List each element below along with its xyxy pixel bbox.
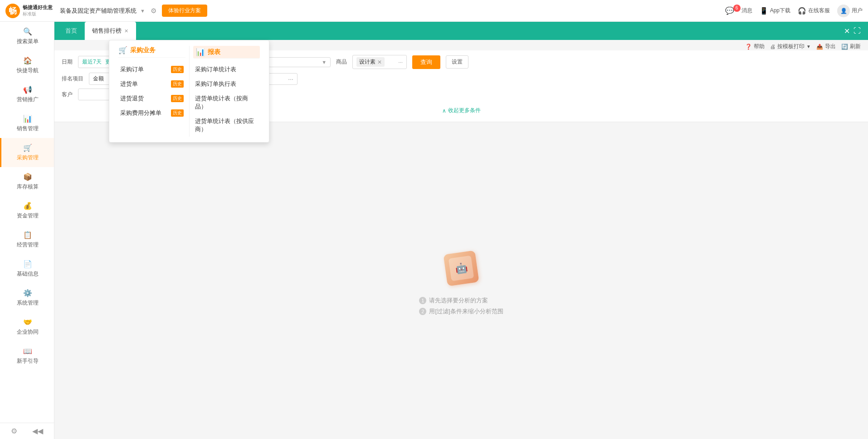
- cart-icon: 🛒: [23, 143, 32, 152]
- salesperson-dots[interactable]: ···: [288, 75, 293, 83]
- dropdown-purchase-col: 🛒 采购业务 采购订单 历史 进货单 历史 进货退货 历史: [115, 46, 189, 137]
- hint-2-badge: 2: [419, 308, 426, 315]
- headset-icon: 🎧: [798, 7, 806, 15]
- purchase-expense-badge: 历史: [171, 109, 184, 117]
- inbound-supplier-label: 进货单统计表（按供应商）: [195, 117, 258, 133]
- sidebar-item-marketing[interactable]: 📢 营销推广: [0, 80, 54, 109]
- purchase-col-icon: 🛒: [118, 46, 127, 54]
- query-btn[interactable]: 查询: [412, 55, 440, 69]
- dropdown-item-purchase-exec[interactable]: 采购订单执行表: [193, 77, 260, 91]
- export-label: 导出: [825, 43, 836, 50]
- export-icon: 📤: [816, 44, 823, 50]
- inbound-goods-label: 进货单统计表（按商品）: [195, 94, 258, 111]
- dropdown-report-col: 📊 报表 采购订单统计表 采购订单执行表 进货单统计表（按商品） 进货单统计表（…: [189, 46, 264, 137]
- collapse-label: 收起更多条件: [448, 107, 481, 114]
- sidebar-item-inventory[interactable]: 📦 库存核算: [0, 167, 54, 196]
- purchase-order-label: 采购订单: [120, 65, 144, 74]
- hint-2-text: 用[过滤]条件来缩小分析范围: [429, 307, 503, 316]
- sidebar: 🔍 搜索菜单 🏠 快捷导航 📢 营销推广 📊 销售管理 🛒 采购管理 📦 库存核…: [0, 22, 54, 439]
- hint-1-text: 请先选择要分析的方案: [429, 296, 488, 305]
- message-badge: 6: [733, 5, 741, 12]
- settings-btn[interactable]: 设置: [446, 55, 468, 69]
- status-chevron: ▼: [322, 59, 327, 65]
- help-btn[interactable]: ❓ 帮助: [745, 43, 765, 50]
- sidebar-label-guide: 新手引导: [17, 357, 39, 365]
- sidebar-label-quick-nav: 快捷导航: [17, 67, 39, 74]
- content-area: 首页 销售排行榜 ✕ ✕ ⛶ ❓ 帮助 🖨 按模板打印 ▼: [54, 22, 868, 439]
- sidebar-label-search: 搜索菜单: [17, 38, 39, 45]
- print-chevron-icon[interactable]: ▼: [806, 44, 811, 49]
- dropdown-item-inbound-supplier[interactable]: 进货单统计表（按供应商）: [193, 114, 260, 137]
- user-label: 用户: [852, 7, 863, 15]
- goods-dots[interactable]: ···: [398, 59, 403, 65]
- rank-value: 金额: [93, 75, 104, 83]
- sidebar-bottom: ⚙ ◀◀: [0, 423, 54, 439]
- dropdown-item-purchase-expense[interactable]: 采购费用分摊单 历史: [118, 106, 185, 120]
- settings-bottom-icon[interactable]: ⚙: [11, 427, 17, 435]
- message-item[interactable]: 💬 6 消息: [725, 6, 752, 15]
- refresh-btn[interactable]: 🔄 刷新: [841, 43, 861, 50]
- goods-tag-close[interactable]: ✕: [377, 59, 382, 65]
- empty-state: 🤖 1 请先选择要分析的方案 2 用[过滤]条件来缩小分析范围: [54, 122, 868, 439]
- chevron-down-icon[interactable]: ▼: [140, 8, 145, 14]
- print-btn[interactable]: 🖨 按模板打印 ▼: [770, 43, 811, 50]
- gear-icon[interactable]: ⚙: [151, 7, 156, 15]
- empty-hint-2: 2 用[过滤]条件来缩小分析范围: [419, 307, 503, 316]
- empty-hints: 1 请先选择要分析的方案 2 用[过滤]条件来缩小分析范围: [419, 296, 503, 316]
- sidebar-item-operations[interactable]: 📋 经营管理: [0, 225, 54, 254]
- tab-home[interactable]: 首页: [58, 22, 85, 40]
- sidebar-item-cooperation[interactable]: 🤝 企业协同: [0, 312, 54, 341]
- help-icon: ❓: [745, 44, 752, 50]
- sidebar-item-finance[interactable]: 💰 资金管理: [0, 196, 54, 225]
- goods-select[interactable]: 设计素 ✕ ···: [352, 55, 407, 69]
- sidebar-item-guide[interactable]: 📖 新手引导: [0, 341, 54, 370]
- trial-btn[interactable]: 体验行业方案: [162, 5, 207, 17]
- phone-icon: 📱: [760, 7, 768, 15]
- dropdown-item-inbound[interactable]: 进货单 历史: [118, 77, 185, 91]
- top-header: 畅 畅捷通好生意 标准版 装备及固定资产辅助管理系统 ▼ ⚙ 体验行业方案 💬 …: [0, 0, 868, 22]
- box-icon: 📦: [23, 173, 32, 181]
- purchase-exec-label: 采购订单执行表: [195, 80, 236, 88]
- system-title-area: 装备及固定资产辅助管理系统 ▼ ⚙: [60, 7, 156, 15]
- tab-close-icon[interactable]: ✕: [124, 28, 128, 34]
- dropdown-item-return[interactable]: 进货退货 历史: [118, 91, 185, 106]
- sidebar-item-sales[interactable]: 📊 销售管理: [0, 109, 54, 138]
- dropdown-item-purchase-order[interactable]: 采购订单 历史: [118, 62, 185, 77]
- settings-icon: ⚙️: [23, 289, 32, 297]
- tab-expand-icon[interactable]: ⛶: [853, 27, 861, 35]
- sidebar-item-basic-info[interactable]: 📄 基础信息: [0, 254, 54, 283]
- refresh-icon: 🔄: [841, 44, 848, 50]
- sidebar-item-search[interactable]: 🔍 搜索菜单: [0, 22, 54, 51]
- date-label: 日期: [62, 58, 73, 66]
- goods-tag: 设计素 ✕: [356, 57, 385, 67]
- export-btn[interactable]: 📤 导出: [816, 43, 836, 50]
- app-download-label: App下载: [770, 7, 790, 15]
- message-label: 消息: [741, 7, 752, 15]
- sidebar-label-inventory: 库存核算: [17, 183, 39, 191]
- dropdown-menu: 🛒 采购业务 采购订单 历史 进货单 历史 进货退货 历史: [109, 40, 269, 143]
- sidebar-item-quick-nav[interactable]: 🏠 快捷导航: [0, 51, 54, 80]
- collapse-sidebar-icon[interactable]: ◀◀: [32, 427, 43, 435]
- user-item[interactable]: 👤 用户: [837, 5, 863, 17]
- dropdown-item-inbound-goods[interactable]: 进货单统计表（按商品）: [193, 91, 260, 114]
- logo-text: 畅捷通好生意 标准版: [23, 4, 53, 17]
- sidebar-item-system[interactable]: ⚙️ 系统管理: [0, 283, 54, 312]
- clipboard-icon: 📋: [23, 231, 32, 239]
- sidebar-item-purchase[interactable]: 🛒 采购管理: [0, 138, 54, 167]
- purchase-col-label: 采购业务: [130, 46, 156, 54]
- tab-sales-rank[interactable]: 销售排行榜 ✕: [85, 22, 136, 40]
- customer-label: 客户: [62, 91, 73, 99]
- date-shortcut-7days[interactable]: 最近7天: [82, 58, 102, 66]
- purchase-col-header: 🛒 采购业务: [118, 46, 185, 58]
- chart-icon: 📊: [23, 114, 32, 123]
- app-download-item[interactable]: 📱 App下载: [760, 7, 790, 15]
- tab-close-all-icon[interactable]: ✕: [844, 27, 850, 35]
- header-right: 💬 6 消息 📱 App下载 🎧 在线客服 👤 用户: [725, 5, 863, 17]
- dropdown-item-purchase-stat[interactable]: 采购订单统计表: [193, 62, 260, 77]
- online-service-item[interactable]: 🎧 在线客服: [798, 7, 830, 15]
- file-icon: 📄: [23, 260, 32, 268]
- logo-area: 畅 畅捷通好生意 标准版: [5, 4, 60, 18]
- return-label: 进货退货: [120, 94, 144, 103]
- rank-label: 排名项目: [62, 75, 83, 83]
- sidebar-label-marketing: 营销推广: [17, 96, 39, 104]
